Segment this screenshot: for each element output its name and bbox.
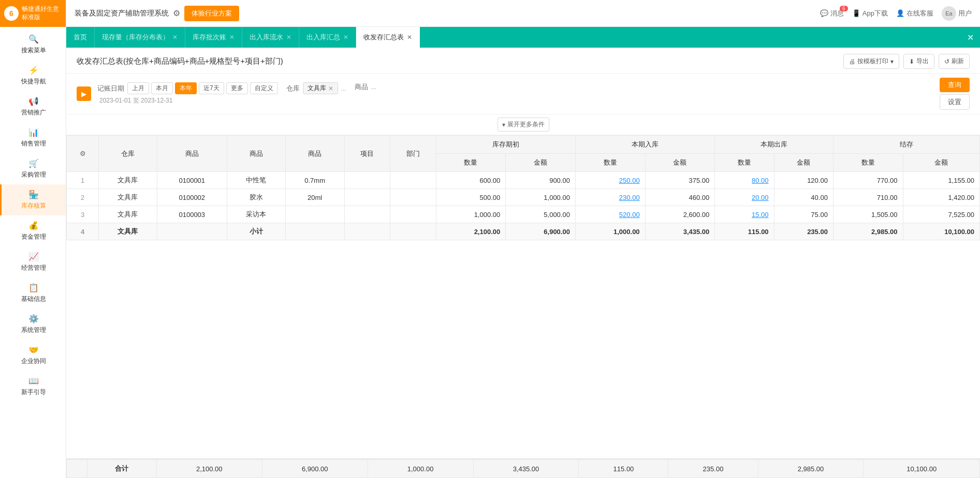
warehouse-filter-group: 仓库 文具库 ✕ ... — [286, 82, 346, 94]
warehouse-tag[interactable]: 文具库 ✕ — [303, 82, 338, 94]
app-download-action[interactable]: 📱 App下载 — [852, 9, 888, 18]
sidebar-item-inventory[interactable]: 🏪 库存核算 — [0, 184, 66, 215]
tab-close-icon[interactable]: ✕ — [229, 34, 235, 41]
sidebar-item-label: 资金管理 — [21, 233, 46, 241]
sidebar-item-system[interactable]: ⚙️ 系统管理 — [0, 309, 66, 340]
tab-inout-flow[interactable]: 出入库流水 ✕ — [242, 27, 299, 48]
table-cell — [285, 206, 344, 223]
table-cell — [157, 223, 227, 240]
settings-icon[interactable]: ⚙ — [173, 8, 180, 18]
tab-batch[interactable]: 库存批次账 ✕ — [185, 27, 242, 48]
export-button[interactable]: ⬇ 导出 — [903, 54, 934, 69]
tab-close-icon[interactable]: ✕ — [343, 34, 348, 41]
cell-link[interactable]: 230.00 — [619, 194, 640, 201]
tab-inventory-dist[interactable]: 现存量（库存分布表） ✕ — [95, 27, 185, 48]
expand-conditions-button[interactable]: ▾ 展开更多条件 — [498, 118, 549, 132]
sidebar-item-collab[interactable]: 🤝 企业协同 — [0, 340, 66, 371]
cell-link[interactable]: 80.00 — [752, 177, 769, 184]
date-btn-7days[interactable]: 近7天 — [199, 82, 224, 94]
table-cell[interactable]: 250.00 — [575, 172, 645, 189]
cell-link[interactable]: 15.00 — [752, 211, 769, 219]
trial-button[interactable]: 体验行业方案 — [184, 6, 239, 21]
filter-toggle-arrow[interactable]: ▶ — [77, 86, 91, 101]
row-index: 2 — [67, 189, 99, 206]
sidebar-item-marketing[interactable]: 📢 营销推广 — [0, 91, 66, 122]
date-buttons: 上月 本月 本年 近7天 更多 自定义 — [127, 82, 278, 94]
sidebar-item-label: 基础信息 — [21, 295, 46, 303]
tab-close-icon[interactable]: ✕ — [172, 34, 178, 41]
date-btn-custom[interactable]: 自定义 — [250, 82, 278, 94]
chevron-down-icon: ▾ — [890, 58, 894, 65]
product-filter-row: 商品 ... — [355, 82, 376, 92]
tab-batch-label: 库存批次账 — [193, 33, 226, 42]
sidebar: 6 畅捷通好生意 标准版 🔍 搜索菜单 ⚡ 快捷导航 📢 营销推广 📊 销售管理… — [0, 0, 66, 478]
sidebar-item-sales[interactable]: 📊 销售管理 — [0, 122, 66, 153]
message-action[interactable]: 💬 消息 6 — [820, 9, 844, 18]
row-index: 4 — [67, 223, 99, 240]
sidebar-item-guide[interactable]: 📖 新手引导 — [0, 371, 66, 402]
table-cell — [344, 172, 390, 189]
column-settings-icon[interactable]: ⚙ — [80, 150, 86, 157]
tab-bar-close[interactable]: ✕ — [961, 33, 980, 42]
print-button[interactable]: 🖨 按模板打印 ▾ — [843, 54, 899, 69]
tab-stock-summary[interactable]: 收发存汇总表 ✕ — [356, 27, 420, 48]
warehouse-tag-close[interactable]: ✕ — [328, 85, 333, 92]
sidebar-item-search[interactable]: 🔍 搜索菜单 — [0, 29, 66, 60]
table-cell[interactable]: 80.00 — [715, 172, 774, 189]
warehouse-filter-row: 仓库 文具库 ✕ ... — [286, 82, 346, 94]
table-cell: 7,525.00 — [903, 206, 979, 223]
table-cell[interactable]: 230.00 — [575, 189, 645, 206]
th-settings[interactable]: ⚙ — [67, 136, 99, 172]
date-btn-more[interactable]: 更多 — [226, 82, 248, 94]
finance-icon: 💰 — [28, 221, 39, 230]
table-cell: 600.00 — [436, 172, 506, 189]
footer-open-amt: 6,900.00 — [262, 460, 368, 478]
tab-close-icon[interactable]: ✕ — [286, 34, 291, 41]
table-cell — [344, 223, 390, 240]
sidebar-item-business[interactable]: 📈 经营管理 — [0, 247, 66, 278]
date-btn-this-month[interactable]: 本月 — [151, 82, 173, 94]
query-button[interactable]: 查询 — [940, 78, 970, 92]
table-cell[interactable]: 520.00 — [575, 206, 645, 223]
sales-icon: 📊 — [28, 127, 39, 137]
set-button[interactable]: 设置 — [940, 94, 970, 110]
online-service-action[interactable]: 👤 在线客服 — [896, 9, 933, 18]
tab-inventory-dist-label: 现存量（库存分布表） — [102, 33, 169, 42]
th-bal-qty: 数量 — [833, 154, 903, 172]
table-cell: 10,100.00 — [903, 223, 979, 240]
table-cell — [390, 172, 436, 189]
sidebar-item-quick[interactable]: ⚡ 快捷导航 — [0, 60, 66, 91]
table-cell: 胶水 — [227, 189, 285, 206]
cell-link[interactable]: 250.00 — [619, 177, 640, 184]
table-cell: 0.7mm — [285, 172, 344, 189]
product-more[interactable]: ... — [371, 83, 376, 91]
date-btn-this-year[interactable]: 本年 — [175, 82, 197, 94]
table-cell: 3,435.00 — [645, 223, 715, 240]
refresh-button[interactable]: ↺ 刷新 — [939, 54, 970, 69]
table-cell: 235.00 — [774, 223, 833, 240]
sidebar-item-basic[interactable]: 📋 基础信息 — [0, 278, 66, 309]
table-cell[interactable]: 20.00 — [715, 189, 774, 206]
th-out-amt: 金额 — [774, 154, 833, 172]
main-area: 装备及固定资产辅助管理系统 ⚙ 体验行业方案 💬 消息 6 📱 App下载 👤 … — [66, 0, 980, 478]
tab-inout-summary[interactable]: 出入库汇总 ✕ — [299, 27, 356, 48]
tab-home[interactable]: 首页 — [66, 27, 95, 48]
tab-close-icon[interactable]: ✕ — [407, 34, 412, 41]
warehouse-more[interactable]: ... — [341, 85, 346, 92]
sidebar-item-finance[interactable]: 💰 资金管理 — [0, 215, 66, 247]
table-cell: 1,505.00 — [833, 206, 903, 223]
sidebar-item-purchase[interactable]: 🛒 采购管理 — [0, 153, 66, 184]
table-cell: 0100001 — [157, 172, 227, 189]
cell-link[interactable]: 520.00 — [619, 211, 640, 219]
user-action[interactable]: Ea 用户 — [942, 6, 972, 21]
message-badge: 6 — [840, 6, 848, 11]
date-btn-last-month[interactable]: 上月 — [127, 82, 149, 94]
table-cell: 20ml — [285, 189, 344, 206]
logo-text: 畅捷通好生意 标准版 — [22, 5, 59, 21]
date-range-text: 2023-01-01 至 2023-12-31 — [99, 96, 172, 105]
page-actions: 🖨 按模板打印 ▾ ⬇ 导出 ↺ 刷新 — [843, 54, 970, 69]
table-cell[interactable]: 15.00 — [715, 206, 774, 223]
table-cell: 采访本 — [227, 206, 285, 223]
th-bal-amt: 金额 — [903, 154, 979, 172]
cell-link[interactable]: 20.00 — [752, 194, 769, 201]
